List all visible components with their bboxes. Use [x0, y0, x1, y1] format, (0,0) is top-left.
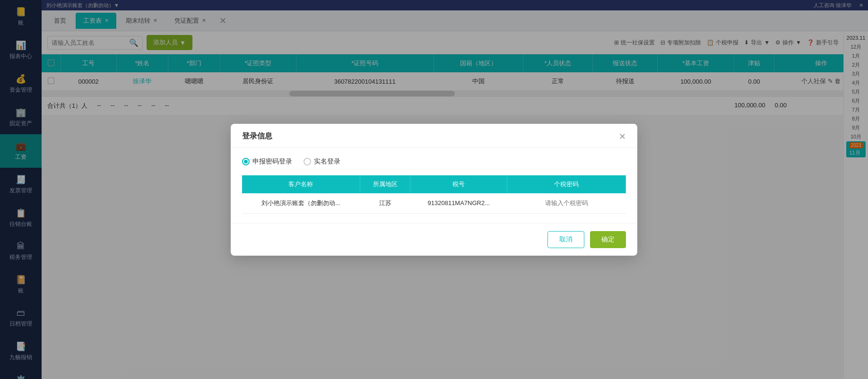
confirm-button[interactable]: 确定 [590, 231, 626, 248]
ith-client-name: 客户名称 [242, 175, 360, 193]
dialog-body: 申报密码登录 实名登录 客户名称 所属地区 税号 个税密码 [231, 148, 637, 223]
password-field[interactable] [515, 199, 618, 207]
radio-password-circle [242, 158, 250, 165]
inner-table-row: 刘小艳演示账套（勿删勿动... 江苏 91320811MA7NGR2... [242, 193, 626, 214]
login-type-radio-group: 申报密码登录 实名登录 [242, 157, 626, 166]
itd-tax-no: 91320811MA7NGR2... [410, 193, 507, 214]
dialog-title: 登录信息 [242, 131, 272, 141]
cancel-button[interactable]: 取消 [547, 231, 584, 248]
itd-region: 江苏 [360, 193, 410, 214]
itd-password-input[interactable] [507, 193, 626, 214]
radio-realname-login[interactable]: 实名登录 [304, 157, 340, 166]
dialog-close-button[interactable]: ✕ [619, 131, 626, 142]
login-dialog: 登录信息 ✕ 申报密码登录 实名登录 客户名称 所属地区 [231, 124, 637, 256]
radio-password-label: 申报密码登录 [252, 157, 292, 166]
dialog-header: 登录信息 ✕ [231, 124, 637, 148]
ith-region: 所属地区 [360, 175, 410, 193]
ith-password: 个税密码 [507, 175, 626, 193]
itd-client-name: 刘小艳演示账套（勿删勿动... [242, 193, 360, 214]
ith-tax-no: 税号 [410, 175, 507, 193]
dialog-footer: 取消 确定 [231, 223, 637, 256]
inner-table-header-row: 客户名称 所属地区 税号 个税密码 [242, 175, 626, 193]
radio-realname-label: 实名登录 [314, 157, 340, 166]
radio-password-login[interactable]: 申报密码登录 [242, 157, 292, 166]
dialog-overlay: 登录信息 ✕ 申报密码登录 实名登录 客户名称 所属地区 [0, 0, 868, 379]
login-info-table: 客户名称 所属地区 税号 个税密码 刘小艳演示账套（勿删勿动... 江苏 913… [242, 175, 626, 214]
radio-realname-circle [304, 158, 311, 165]
